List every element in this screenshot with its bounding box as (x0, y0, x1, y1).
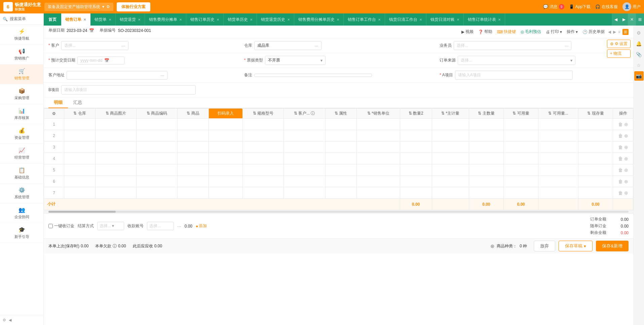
solution-button[interactable]: 体验行业方案 (117, 2, 150, 11)
delete-row-btn[interactable]: 🗑 (618, 122, 623, 127)
delete-row-btn[interactable]: 🗑 (618, 190, 623, 196)
copy-row-btn[interactable]: ⊕ (624, 145, 628, 150)
th-qty2[interactable]: ⇅ 数量2 (400, 109, 432, 119)
th-warehouse[interactable]: ⇅ 仓库 (64, 109, 96, 119)
close-tab-fee-history[interactable]: ✕ (337, 18, 339, 22)
add-material-button[interactable]: + 物流 (607, 49, 631, 58)
sidebar-item-operations[interactable]: 📈 经营管理 (0, 144, 43, 164)
nav-prev-record[interactable]: ◀ (608, 30, 611, 34)
tab-sales-return[interactable]: 销货退货 ✕ (116, 13, 145, 26)
order-source-input[interactable]: 选择... ▾ (458, 56, 575, 65)
tab-home[interactable]: 首页 (44, 13, 61, 26)
close-tab-sales-order[interactable]: ✕ (83, 18, 86, 22)
tab-fee-history[interactable]: 销售费用分摊单历史 ✕ (294, 13, 344, 26)
scrollbar-track[interactable] (48, 211, 629, 213)
system-title[interactable]: 装备及固定资产辅助管理系统 ▾ ⚙ (44, 3, 113, 11)
nav-more-arrow[interactable]: ✕ (628, 13, 636, 26)
th-spec[interactable]: ⇅ 规格型号 (242, 109, 283, 119)
a-project-input[interactable]: 请输入A项目 (455, 71, 573, 80)
online-service-btn[interactable]: 🎧 在线客服 (595, 4, 618, 10)
tab-sales-order[interactable]: 销售订单 ✕ (61, 13, 90, 26)
account-select[interactable]: 选择... (147, 222, 174, 230)
copy-row-btn[interactable]: ⊕ (624, 190, 628, 196)
th-customer-code[interactable]: ⇅ 客户... ⓘ (283, 109, 325, 119)
one-click-checkbox[interactable]: 一键收订金 (48, 223, 74, 229)
sidebar-item-sales[interactable]: 🛒 销售管理 (0, 65, 43, 84)
copy-row-btn[interactable]: ⊕ (624, 133, 628, 138)
payment-select[interactable]: 选择... ▾ (97, 222, 124, 230)
tab-order-workbench[interactable]: 销售订单工作台 ✕ (344, 13, 385, 26)
calendar-icon[interactable]: 📅 (89, 28, 94, 33)
th-attr[interactable]: ⇅ 属性 (325, 109, 356, 119)
close-tab-order-workbench[interactable]: ✕ (378, 18, 381, 22)
close-tab-cash-workbench[interactable]: ✕ (419, 18, 422, 22)
th-main-qty[interactable]: ⇅ 主数量 (469, 109, 503, 119)
right-panel-star[interactable]: ☆ (634, 60, 644, 70)
th-available2[interactable]: ⇅ 可用量... (538, 109, 578, 119)
warehouse-input[interactable]: 成品库 ··· (254, 41, 321, 50)
save-draft-button[interactable]: 保存草稿 ▾ (559, 241, 593, 251)
form-view-icon[interactable]: ⊞ (622, 29, 629, 35)
sidebar-item-collab[interactable]: 👥 企业协同 (0, 203, 43, 223)
app-download-btn[interactable]: 📱 App下载 (569, 4, 591, 10)
view-btn[interactable]: ▶ 视频 (460, 28, 475, 35)
th-product-img[interactable]: ⇅ 商品图片 (96, 109, 137, 119)
nav-next-record[interactable]: ▶ (613, 30, 616, 34)
close-tab-sales-fee[interactable]: ✕ (179, 18, 182, 22)
th-main-unit[interactable]: ⇅ *主计量 (432, 109, 469, 119)
copy-row-btn[interactable]: ⊕ (624, 167, 628, 173)
tab-detail[interactable]: 明细 (48, 97, 68, 108)
invoice-input[interactable]: 不开票 ▾ (265, 56, 326, 65)
copy-row-btn[interactable]: ⊕ (624, 122, 628, 127)
b-project-input[interactable]: 请输入B项目 (61, 85, 196, 94)
close-tab-order-history[interactable]: ✕ (217, 18, 219, 22)
settings-icon[interactable]: ⚙ (106, 4, 110, 9)
close-tab-sales-goods[interactable]: ✕ (109, 18, 111, 22)
close-tab-sales-return[interactable]: ✕ (138, 18, 141, 22)
shortcut-btn[interactable]: ⌨ 快捷键 (496, 28, 517, 35)
tab-sales-goods[interactable]: 销货单 ✕ (90, 13, 116, 26)
history-btn[interactable]: 🕐 历史单据 (581, 28, 606, 35)
th-available[interactable]: ⇅ 可用量 (504, 109, 538, 119)
tab-goods-history[interactable]: 销货单历史 ✕ (224, 13, 257, 26)
print-btn[interactable]: 🖨 打印 ▾ (544, 28, 563, 35)
copy-row-btn[interactable]: ⊕ (624, 179, 628, 184)
close-tab-cash-reconcile[interactable]: ✕ (457, 18, 459, 22)
scrollbar-thumb[interactable] (48, 211, 116, 213)
th-unit[interactable]: ⇅ *销售单位 (356, 109, 400, 119)
tab-sales-fee[interactable]: 销售费用分摊单 ✕ (145, 13, 186, 26)
business-input[interactable]: 选择... ··· (454, 41, 571, 50)
sidebar-item-quick-nav[interactable]: ⚡ 快捷导航 (0, 25, 43, 45)
profit-btn[interactable]: ◎ 毛利预估 (519, 28, 542, 35)
sidebar-item-purchase[interactable]: 📦 采购管理 (0, 84, 43, 104)
th-product-code[interactable]: ⇅ 商品编码 (136, 109, 177, 119)
nav-prev-arrow[interactable]: ◀ (612, 13, 620, 26)
nav-expand-arrow[interactable]: ⊞ (636, 13, 644, 26)
tab-return-history[interactable]: 销货退货历史 ✕ (257, 13, 294, 26)
sidebar-item-inventory[interactable]: 📊 库存核算 (0, 104, 43, 124)
th-stock[interactable]: ⇅ 现存量 (578, 109, 613, 119)
operate-btn[interactable]: 操作 ▾ (565, 28, 579, 35)
sidebar-item-finance[interactable]: 💰 资金管理 (0, 124, 43, 144)
settings-button[interactable]: ⚙ ⚙ 设置 (607, 40, 631, 48)
add-payment-btn[interactable]: ● 添加 (196, 223, 207, 229)
tab-order-history[interactable]: 销售订单历史 ✕ (186, 13, 224, 26)
delivery-date-input[interactable]: yyyy-mm-dd 📅 (77, 56, 124, 65)
copy-row-btn[interactable]: ⊕ (624, 156, 628, 161)
th-scan[interactable]: 扫码录入 (209, 109, 242, 119)
right-panel-camera[interactable]: 📷 (634, 71, 644, 81)
sidebar-item-guide[interactable]: 🎓 新手引导 (0, 223, 43, 243)
collapse-icon[interactable]: ◀ (9, 318, 11, 322)
close-tab-goods-history[interactable]: ✕ (250, 18, 253, 22)
help-btn[interactable]: ❓ 帮助 (477, 28, 494, 35)
discard-button[interactable]: 放弃 (534, 241, 555, 251)
save-new-button[interactable]: 保存&新增 (596, 241, 629, 251)
nav-next-arrow[interactable]: ▶ (620, 13, 628, 26)
right-panel-bell[interactable]: 🔔 (634, 39, 644, 48)
gear-icon[interactable]: ⚙ (3, 318, 6, 322)
right-panel-attach[interactable]: 📎 (634, 50, 644, 59)
tab-summary[interactable]: 汇总 (68, 97, 87, 108)
customer-input[interactable]: 选择... ··· (61, 41, 128, 50)
delete-row-btn[interactable]: 🗑 (618, 156, 623, 161)
sidebar-item-system[interactable]: ⚙️ 系统管理 (0, 184, 43, 203)
